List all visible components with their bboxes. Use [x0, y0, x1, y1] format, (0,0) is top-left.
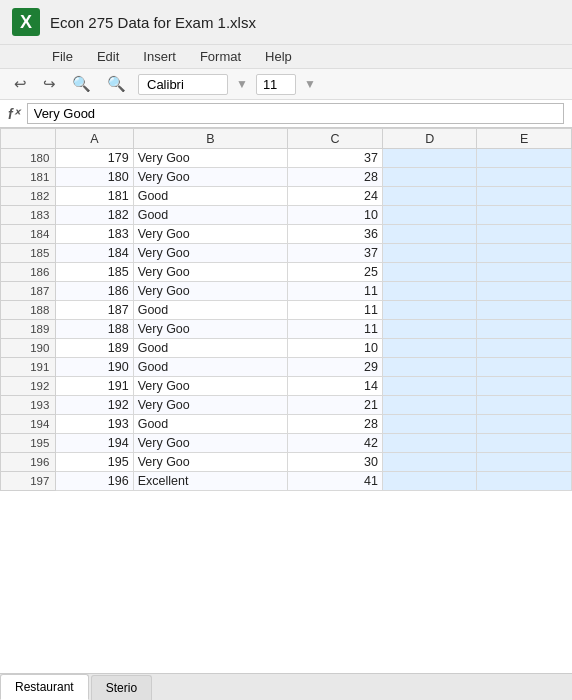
cell-a[interactable]: 188 [56, 320, 133, 339]
cell-d[interactable] [382, 301, 477, 320]
cell-e[interactable] [477, 320, 572, 339]
cell-a[interactable]: 186 [56, 282, 133, 301]
cell-e[interactable] [477, 434, 572, 453]
col-header-d[interactable]: D [382, 129, 477, 149]
cell-b[interactable]: Good [133, 187, 288, 206]
cell-e[interactable] [477, 472, 572, 491]
cell-e[interactable] [477, 453, 572, 472]
cell-e[interactable] [477, 244, 572, 263]
cell-e[interactable] [477, 168, 572, 187]
cell-d[interactable] [382, 168, 477, 187]
cell-c[interactable]: 29 [288, 358, 383, 377]
menu-help[interactable]: Help [261, 47, 296, 66]
cell-b[interactable]: Very Goo [133, 396, 288, 415]
col-header-b[interactable]: B [133, 129, 288, 149]
cell-c[interactable]: 30 [288, 453, 383, 472]
cell-d[interactable] [382, 396, 477, 415]
cell-e[interactable] [477, 206, 572, 225]
menu-edit[interactable]: Edit [93, 47, 123, 66]
menu-format[interactable]: Format [196, 47, 245, 66]
cell-b[interactable]: Good [133, 415, 288, 434]
cell-c[interactable]: 28 [288, 415, 383, 434]
cell-b[interactable]: Very Goo [133, 149, 288, 168]
cell-e[interactable] [477, 339, 572, 358]
cell-b[interactable]: Very Goo [133, 434, 288, 453]
cell-a[interactable]: 189 [56, 339, 133, 358]
cell-c[interactable]: 42 [288, 434, 383, 453]
cell-a[interactable]: 183 [56, 225, 133, 244]
cell-c[interactable]: 28 [288, 168, 383, 187]
cell-a[interactable]: 196 [56, 472, 133, 491]
cell-c[interactable]: 10 [288, 206, 383, 225]
cell-e[interactable] [477, 225, 572, 244]
cell-e[interactable] [477, 263, 572, 282]
cell-b[interactable]: Very Goo [133, 282, 288, 301]
font-dropdown-icon[interactable]: ▼ [236, 77, 248, 91]
cell-d[interactable] [382, 320, 477, 339]
cell-c[interactable]: 37 [288, 149, 383, 168]
menu-file[interactable]: File [48, 47, 77, 66]
col-header-c[interactable]: C [288, 129, 383, 149]
tab-restaurant[interactable]: Restaurant [0, 674, 89, 700]
cell-d[interactable] [382, 472, 477, 491]
cell-a[interactable]: 187 [56, 301, 133, 320]
cell-b[interactable]: Good [133, 358, 288, 377]
cell-b[interactable]: Very Goo [133, 244, 288, 263]
cell-a[interactable]: 181 [56, 187, 133, 206]
cell-a[interactable]: 184 [56, 244, 133, 263]
cell-c[interactable]: 25 [288, 263, 383, 282]
col-header-e[interactable]: E [477, 129, 572, 149]
cell-c[interactable]: 10 [288, 339, 383, 358]
tab-sterio[interactable]: Sterio [91, 675, 152, 700]
cell-d[interactable] [382, 225, 477, 244]
cell-d[interactable] [382, 453, 477, 472]
formula-input[interactable] [27, 103, 564, 124]
undo-button[interactable]: ↩ [10, 73, 31, 95]
cell-b[interactable]: Excellent [133, 472, 288, 491]
zoom-in-icon[interactable]: 🔍 [103, 73, 130, 95]
cell-a[interactable]: 182 [56, 206, 133, 225]
font-size-input[interactable]: 11 [256, 74, 296, 95]
cell-c[interactable]: 37 [288, 244, 383, 263]
cell-b[interactable]: Very Goo [133, 263, 288, 282]
cell-d[interactable] [382, 282, 477, 301]
cell-c[interactable]: 21 [288, 396, 383, 415]
cell-c[interactable]: 11 [288, 301, 383, 320]
cell-e[interactable] [477, 396, 572, 415]
cell-a[interactable]: 190 [56, 358, 133, 377]
cell-e[interactable] [477, 149, 572, 168]
font-size-dropdown-icon[interactable]: ▼ [304, 77, 316, 91]
cell-e[interactable] [477, 301, 572, 320]
font-name-input[interactable]: Calibri [138, 74, 228, 95]
cell-a[interactable]: 191 [56, 377, 133, 396]
cell-b[interactable]: Very Goo [133, 453, 288, 472]
cell-d[interactable] [382, 434, 477, 453]
cell-d[interactable] [382, 263, 477, 282]
cell-d[interactable] [382, 339, 477, 358]
cell-d[interactable] [382, 206, 477, 225]
cell-c[interactable]: 36 [288, 225, 383, 244]
cell-e[interactable] [477, 377, 572, 396]
cell-c[interactable]: 41 [288, 472, 383, 491]
menu-insert[interactable]: Insert [139, 47, 180, 66]
zoom-out-icon[interactable]: 🔍 [68, 73, 95, 95]
cell-d[interactable] [382, 244, 477, 263]
cell-a[interactable]: 195 [56, 453, 133, 472]
cell-b[interactable]: Good [133, 301, 288, 320]
cell-c[interactable]: 24 [288, 187, 383, 206]
cell-a[interactable]: 180 [56, 168, 133, 187]
cell-b[interactable]: Very Goo [133, 377, 288, 396]
cell-d[interactable] [382, 149, 477, 168]
cell-a[interactable]: 193 [56, 415, 133, 434]
cell-b[interactable]: Very Goo [133, 168, 288, 187]
cell-a[interactable]: 194 [56, 434, 133, 453]
cell-a[interactable]: 185 [56, 263, 133, 282]
cell-b[interactable]: Very Goo [133, 320, 288, 339]
col-header-a[interactable]: A [56, 129, 133, 149]
cell-d[interactable] [382, 358, 477, 377]
cell-b[interactable]: Very Goo [133, 225, 288, 244]
cell-d[interactable] [382, 415, 477, 434]
cell-d[interactable] [382, 377, 477, 396]
cell-c[interactable]: 11 [288, 282, 383, 301]
cell-b[interactable]: Good [133, 339, 288, 358]
